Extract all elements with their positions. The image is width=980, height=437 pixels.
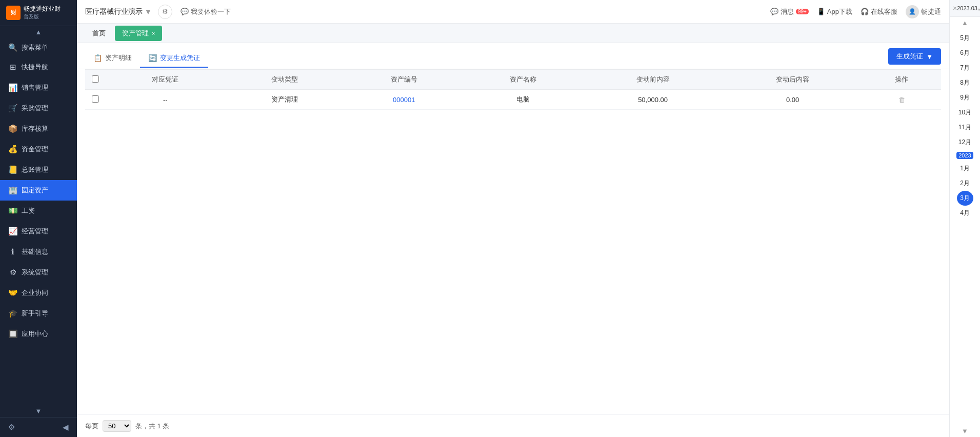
- search-menu[interactable]: 🔍 搜索菜单: [0, 38, 77, 57]
- right-panel-expand-button[interactable]: ⤢: [977, 4, 980, 12]
- message-label: 消息: [781, 7, 794, 16]
- fixed-asset-icon: 🏢: [8, 186, 17, 195]
- date-scroll-down[interactable]: ▼: [950, 425, 980, 437]
- date-month-7[interactable]: 7月: [950, 61, 980, 75]
- delete-icon[interactable]: 🗑: [898, 96, 905, 104]
- sidebar-item-fixed-asset[interactable]: 🏢 固定资产: [0, 180, 77, 201]
- customer-service-button[interactable]: 🎧 在线客服: [861, 7, 897, 16]
- message-badge: 99+: [796, 9, 809, 14]
- right-panel-header: × 2023.03 ⤢: [950, 0, 980, 17]
- sidebar-label-fixed-asset: 固定资产: [22, 186, 48, 195]
- th-change-type: 变动类型: [225, 70, 345, 90]
- date-month-10[interactable]: 10月: [950, 105, 980, 120]
- date-month-2023-3[interactable]: 3月: [957, 191, 973, 206]
- date-month-12[interactable]: 12月: [950, 135, 980, 150]
- operation-icon: 📈: [8, 227, 17, 236]
- sub-tab-change-voucher-label: 变更生成凭证: [160, 53, 200, 63]
- sidebar-item-guide[interactable]: 🎓 新手引导: [0, 303, 77, 324]
- sidebar-label-purchase: 采购管理: [22, 104, 48, 113]
- sidebar-label-basic-info: 基础信息: [22, 247, 48, 256]
- sidebar-bottom: ⚙ ◀: [0, 417, 77, 437]
- th-action: 操作: [863, 70, 941, 90]
- sidebar-item-app-center[interactable]: 🔲 应用中心: [0, 324, 77, 344]
- sidebar: 财 畅捷通好业财 普及版 ▲ 🔍 搜索菜单 ⊞ 快捷导航 📊 销售管理 🛒 采购…: [0, 0, 77, 437]
- settings-icon[interactable]: ⚙: [8, 423, 15, 432]
- message-button[interactable]: 💬 消息 99+: [770, 7, 809, 16]
- logo-icon: 财: [6, 6, 21, 20]
- date-month-2023-4[interactable]: 4月: [950, 206, 980, 221]
- sidebar-label-system: 系统管理: [22, 268, 48, 277]
- row-select-checkbox[interactable]: [92, 95, 99, 103]
- guide-icon: 🎓: [8, 309, 17, 318]
- sidebar-item-payroll[interactable]: 💵 工资: [0, 201, 77, 221]
- year-2023-badge: 2023: [956, 152, 973, 159]
- collapse-icon[interactable]: ◀: [63, 423, 69, 432]
- date-month-9[interactable]: 9月: [950, 90, 980, 105]
- sidebar-label-ledger: 总账管理: [22, 165, 48, 174]
- company-name: 医疗器械行业演示: [85, 7, 143, 16]
- date-month-5[interactable]: 5月: [950, 31, 980, 46]
- experience-button[interactable]: 💬 我要体验一下: [181, 7, 231, 16]
- quick-nav-icon: ⊞: [8, 63, 17, 72]
- tab-home[interactable]: 首页: [85, 26, 113, 41]
- settings-button[interactable]: ⚙: [158, 5, 172, 19]
- app-download-label: App下载: [827, 7, 852, 16]
- select-all-checkbox[interactable]: [92, 75, 99, 83]
- sub-tab-asset-detail[interactable]: 📋 资产明细: [85, 49, 140, 68]
- user-label: 畅捷通: [921, 7, 941, 16]
- logo-edition: 普及版: [24, 13, 61, 21]
- sidebar-item-inventory[interactable]: 📦 库存核算: [0, 118, 77, 139]
- tab-close-icon[interactable]: ×: [152, 30, 155, 36]
- table-header-row: 对应凭证 变动类型 资产编号 资产名称 变动前内容: [85, 70, 941, 90]
- date-month-6[interactable]: 6月: [950, 46, 980, 61]
- per-page-select[interactable]: 10 20 50 100: [103, 420, 131, 432]
- avatar: 👤: [906, 5, 919, 18]
- sidebar-item-fund[interactable]: 💰 资金管理: [0, 139, 77, 160]
- message-icon: 💬: [770, 8, 778, 15]
- date-month-2023-2[interactable]: 2月: [950, 176, 980, 191]
- generate-voucher-button[interactable]: 生成凭证 ▼: [888, 48, 941, 65]
- sidebar-label-payroll: 工资: [22, 206, 35, 215]
- sidebar-scroll-up[interactable]: ▲: [0, 26, 77, 38]
- company-selector[interactable]: 医疗器械行业演示 ▼: [85, 7, 152, 16]
- tab-asset-management-label: 资产管理: [122, 29, 149, 38]
- date-month-8[interactable]: 8月: [950, 75, 980, 90]
- app-download-button[interactable]: 📱 App下载: [817, 7, 852, 16]
- data-table: 对应凭证 变动类型 资产编号 资产名称 变动前内容: [85, 69, 941, 110]
- sidebar-item-basic-info[interactable]: ℹ 基础信息: [0, 242, 77, 262]
- date-scroll-up[interactable]: ▲: [950, 17, 980, 29]
- tab-asset-management[interactable]: 资产管理 ×: [115, 26, 162, 41]
- th-voucher: 对应凭证: [106, 70, 225, 90]
- sidebar-item-operation[interactable]: 📈 经营管理: [0, 221, 77, 242]
- date-month-2023-1[interactable]: 1月: [950, 161, 980, 176]
- sidebar-label-enterprise: 企业协同: [22, 288, 48, 297]
- inventory-icon: 📦: [8, 124, 17, 133]
- sidebar-item-ledger[interactable]: 📒 总账管理: [0, 160, 77, 180]
- system-icon: ⚙: [8, 268, 17, 277]
- right-panel-close-button[interactable]: ×: [953, 4, 957, 12]
- sidebar-scroll-down[interactable]: ▼: [0, 405, 77, 417]
- total-text: 条，共 1 条: [135, 422, 169, 431]
- sidebar-label-quick-nav: 快捷导航: [22, 63, 48, 72]
- per-page-label: 每页: [85, 422, 98, 431]
- th-checkbox: [85, 70, 106, 90]
- user-button[interactable]: 👤 畅捷通: [906, 5, 941, 18]
- sidebar-item-enterprise[interactable]: 🤝 企业协同: [0, 283, 77, 303]
- generate-dropdown-icon: ▼: [926, 53, 933, 61]
- pagination: 每页 10 20 50 100 条，共 1 条: [77, 414, 949, 437]
- sidebar-item-quick-nav[interactable]: ⊞ 快捷导航: [0, 57, 77, 77]
- row-after-change: 0.00: [723, 90, 863, 110]
- row-change-type: 资产清理: [225, 90, 345, 110]
- asset-detail-icon: 📋: [93, 54, 102, 62]
- sidebar-item-system[interactable]: ⚙ 系统管理: [0, 262, 77, 283]
- ledger-icon: 📒: [8, 165, 17, 174]
- row-voucher: --: [106, 90, 225, 110]
- sidebar-item-sales[interactable]: 📊 销售管理: [0, 77, 77, 98]
- date-month-11[interactable]: 11月: [950, 120, 980, 135]
- app-download-icon: 📱: [817, 8, 825, 15]
- sidebar-label-app-center: 应用中心: [22, 329, 48, 339]
- fund-icon: 💰: [8, 145, 17, 154]
- sub-tab-change-voucher[interactable]: 🔄 变更生成凭证: [140, 49, 208, 68]
- tab-home-label: 首页: [92, 29, 106, 37]
- sidebar-item-purchase[interactable]: 🛒 采购管理: [0, 98, 77, 118]
